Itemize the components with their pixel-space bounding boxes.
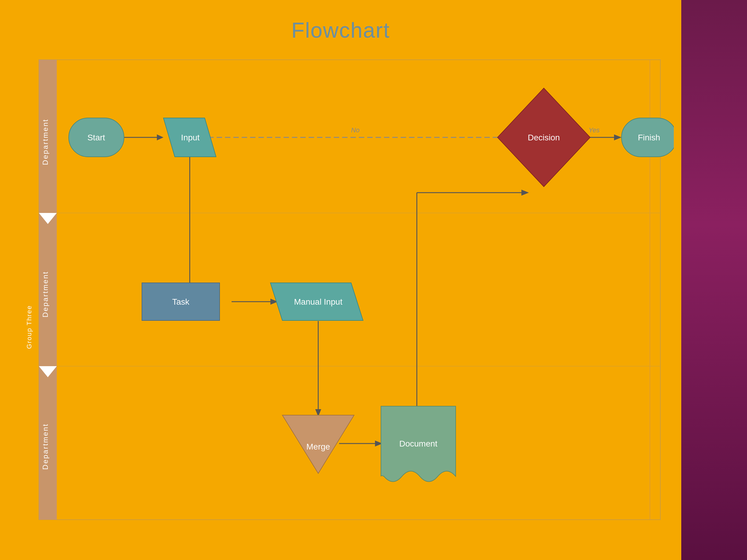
- svg-rect-3: [39, 366, 660, 520]
- document-label: Document: [399, 439, 437, 448]
- input-label: Input: [181, 133, 200, 142]
- page-title: Flowchart: [0, 18, 681, 43]
- lane-3-label: Department: [41, 423, 49, 470]
- lane-1-label: Department: [41, 118, 49, 165]
- yes-label: Yes: [589, 126, 600, 134]
- decision-label: Decision: [528, 133, 560, 142]
- merge-label: Merge: [306, 442, 330, 451]
- svg-marker-26: [614, 134, 621, 140]
- finish-label: Finish: [638, 133, 660, 142]
- svg-marker-22: [521, 190, 529, 196]
- task-label: Task: [172, 297, 190, 306]
- manual-input-label: Manual Input: [294, 297, 342, 306]
- right-panel: [681, 0, 747, 560]
- svg-marker-11: [157, 134, 163, 140]
- no-label: No: [351, 126, 359, 134]
- group-three-label: Group Three: [25, 305, 33, 349]
- start-label: Start: [87, 133, 105, 142]
- lane-2-label: Department: [41, 271, 49, 317]
- flowchart-svg: Department Department Department Group T…: [22, 58, 674, 521]
